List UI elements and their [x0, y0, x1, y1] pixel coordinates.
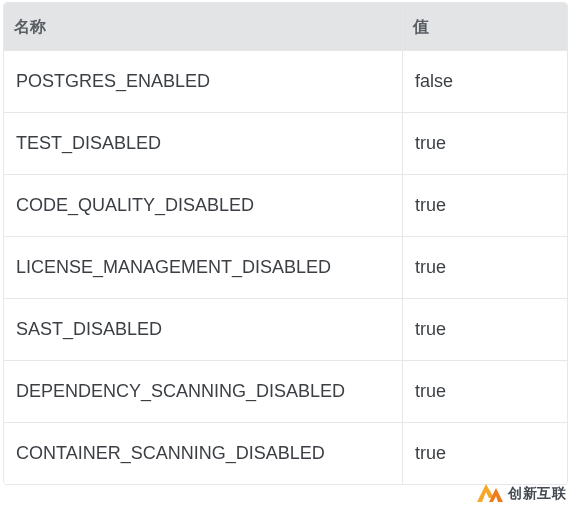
cell-value: true [402, 237, 567, 299]
cell-name: CODE_QUALITY_DISABLED [4, 175, 402, 237]
cell-name: LICENSE_MANAGEMENT_DISABLED [4, 237, 402, 299]
table-row: DEPENDENCY_SCANNING_DISABLED true [4, 361, 567, 423]
cell-value: true [402, 423, 567, 484]
table-row: POSTGRES_ENABLED false [4, 51, 567, 113]
cell-name: DEPENDENCY_SCANNING_DISABLED [4, 361, 402, 423]
watermark-text: 创新互联 [508, 485, 566, 503]
table-row: CONTAINER_SCANNING_DISABLED true [4, 423, 567, 484]
table-row: TEST_DISABLED true [4, 113, 567, 175]
variables-table: 名称 值 POSTGRES_ENABLED false TEST_DISABLE… [3, 2, 568, 485]
cell-value: true [402, 175, 567, 237]
cell-name: SAST_DISABLED [4, 299, 402, 361]
table-row: LICENSE_MANAGEMENT_DISABLED true [4, 237, 567, 299]
table-row: SAST_DISABLED true [4, 299, 567, 361]
table-header-row: 名称 值 [4, 3, 567, 51]
header-value: 值 [402, 3, 567, 51]
cell-name: TEST_DISABLED [4, 113, 402, 175]
cell-value: true [402, 299, 567, 361]
header-name: 名称 [4, 3, 402, 51]
cell-value: true [402, 361, 567, 423]
cell-name: POSTGRES_ENABLED [4, 51, 402, 113]
watermark-logo-icon [474, 482, 504, 506]
watermark: 创新互联 [474, 482, 566, 506]
cell-name: CONTAINER_SCANNING_DISABLED [4, 423, 402, 484]
cell-value: true [402, 113, 567, 175]
table-row: CODE_QUALITY_DISABLED true [4, 175, 567, 237]
cell-value: false [402, 51, 567, 113]
